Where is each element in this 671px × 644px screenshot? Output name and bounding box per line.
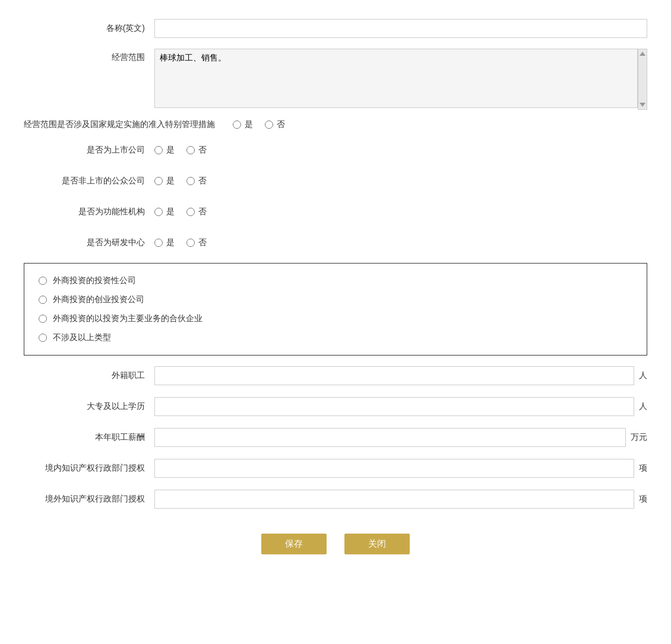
rd-center-yes-radio[interactable] bbox=[154, 239, 163, 247]
special-mgmt-yes[interactable]: 是 bbox=[233, 119, 253, 130]
business-scope-wrapper: 棒球加工、销售。 bbox=[154, 49, 647, 110]
functional-org-yes-radio[interactable] bbox=[154, 208, 163, 216]
functional-org-no-label: 否 bbox=[198, 207, 207, 217]
functional-org-yes-label: 是 bbox=[166, 207, 175, 217]
functional-org-row: 是否为功能性机构 是 否 bbox=[24, 201, 647, 223]
scroll-down-icon[interactable] bbox=[640, 103, 645, 107]
listed-company-no[interactable]: 否 bbox=[186, 145, 207, 156]
functional-org-label: 是否为功能性机构 bbox=[24, 207, 154, 217]
special-mgmt-label: 经营范围是否涉及国家规定实施的准入特别管理措施 bbox=[24, 119, 215, 130]
investment-type-2-radio[interactable] bbox=[39, 296, 47, 304]
domestic-ip-row: 境内知识产权行政部门授权 项 bbox=[24, 458, 647, 479]
business-scope-label: 经营范围 bbox=[24, 49, 154, 63]
foreign-employees-input[interactable] bbox=[154, 366, 634, 385]
special-mgmt-yes-radio[interactable] bbox=[233, 120, 241, 129]
name-en-label: 各称(英文) bbox=[24, 23, 154, 34]
public-company-no-radio[interactable] bbox=[186, 177, 195, 185]
investment-type-3-label: 外商投资的以投资为主要业务的合伙企业 bbox=[53, 313, 202, 324]
college-edu-unit: 人 bbox=[634, 401, 647, 412]
special-mgmt-yes-label: 是 bbox=[245, 119, 253, 130]
overseas-ip-unit: 项 bbox=[634, 494, 647, 505]
special-mgmt-row: 经营范围是否涉及国家规定实施的准入特别管理措施 是 否 bbox=[24, 119, 647, 130]
listed-company-no-radio[interactable] bbox=[186, 146, 195, 154]
name-en-row: 各称(英文) bbox=[24, 18, 647, 39]
save-button[interactable]: 保存 bbox=[261, 534, 327, 554]
college-edu-label: 大专及以上学历 bbox=[24, 401, 154, 412]
scrollbar[interactable] bbox=[638, 49, 647, 110]
public-company-radio-group: 是 否 bbox=[154, 176, 207, 186]
close-button[interactable]: 关闭 bbox=[344, 534, 410, 554]
investment-type-3[interactable]: 外商投资的以投资为主要业务的合伙企业 bbox=[39, 313, 632, 324]
investment-type-3-radio[interactable] bbox=[39, 315, 47, 323]
investment-type-1-label: 外商投资的投资性公司 bbox=[53, 275, 136, 286]
foreign-employees-row: 外籍职工 人 bbox=[24, 365, 647, 386]
special-mgmt-no-radio[interactable] bbox=[265, 120, 273, 129]
rd-center-no-label: 否 bbox=[198, 237, 207, 248]
public-company-yes-radio[interactable] bbox=[154, 177, 163, 185]
functional-org-yes[interactable]: 是 bbox=[154, 207, 175, 217]
college-edu-row: 大专及以上学历 人 bbox=[24, 396, 647, 417]
public-company-label: 是否非上市的公众公司 bbox=[24, 176, 154, 186]
domestic-ip-unit: 项 bbox=[634, 463, 647, 474]
domestic-ip-input[interactable] bbox=[154, 459, 634, 478]
functional-org-radio-group: 是 否 bbox=[154, 207, 207, 217]
listed-company-label: 是否为上市公司 bbox=[24, 145, 154, 156]
college-edu-input[interactable] bbox=[154, 397, 634, 416]
rd-center-yes-label: 是 bbox=[166, 237, 175, 248]
annual-salary-unit: 万元 bbox=[626, 432, 647, 443]
investment-type-1-radio[interactable] bbox=[39, 277, 47, 285]
rd-center-label: 是否为研发中心 bbox=[24, 237, 154, 248]
special-mgmt-no-label: 否 bbox=[277, 119, 285, 130]
investment-type-2-label: 外商投资的创业投资公司 bbox=[53, 294, 144, 305]
investment-type-4-radio[interactable] bbox=[39, 334, 47, 342]
overseas-ip-input[interactable] bbox=[154, 490, 634, 509]
domestic-ip-label: 境内知识产权行政部门授权 bbox=[24, 463, 154, 474]
public-company-yes[interactable]: 是 bbox=[154, 176, 175, 186]
button-row: 保存 关闭 bbox=[24, 534, 647, 554]
overseas-ip-label: 境外知识产权行政部门授权 bbox=[24, 494, 154, 505]
functional-org-no[interactable]: 否 bbox=[186, 207, 207, 217]
rd-center-yes[interactable]: 是 bbox=[154, 237, 175, 248]
foreign-employees-unit: 人 bbox=[634, 370, 647, 381]
listed-company-radio-group: 是 否 bbox=[154, 145, 207, 156]
special-mgmt-no[interactable]: 否 bbox=[265, 119, 285, 130]
scroll-up-icon[interactable] bbox=[640, 52, 645, 56]
investment-type-4[interactable]: 不涉及以上类型 bbox=[39, 332, 632, 343]
investment-type-section: 外商投资的投资性公司 外商投资的创业投资公司 外商投资的以投资为主要业务的合伙企… bbox=[24, 263, 647, 356]
annual-salary-input[interactable] bbox=[154, 428, 626, 447]
investment-type-1[interactable]: 外商投资的投资性公司 bbox=[39, 275, 632, 286]
rd-center-no-radio[interactable] bbox=[186, 239, 195, 247]
annual-salary-row: 本年职工薪酬 万元 bbox=[24, 427, 647, 448]
listed-company-yes[interactable]: 是 bbox=[154, 145, 175, 156]
listed-company-yes-label: 是 bbox=[166, 145, 175, 156]
investment-type-4-label: 不涉及以上类型 bbox=[53, 332, 111, 343]
rd-center-radio-group: 是 否 bbox=[154, 237, 207, 248]
form-container: 各称(英文) 经营范围 棒球加工、销售。 经营范围是否涉及国家规定实施的准入特别… bbox=[24, 12, 647, 572]
listed-company-yes-radio[interactable] bbox=[154, 146, 163, 154]
public-company-yes-label: 是 bbox=[166, 176, 175, 186]
public-company-no-label: 否 bbox=[198, 176, 207, 186]
public-company-row: 是否非上市的公众公司 是 否 bbox=[24, 170, 647, 192]
business-scope-row: 经营范围 棒球加工、销售。 bbox=[24, 49, 647, 110]
rd-center-no[interactable]: 否 bbox=[186, 237, 207, 248]
name-en-input[interactable] bbox=[154, 19, 647, 38]
public-company-no[interactable]: 否 bbox=[186, 176, 207, 186]
listed-company-row: 是否为上市公司 是 否 bbox=[24, 139, 647, 161]
foreign-employees-label: 外籍职工 bbox=[24, 370, 154, 381]
listed-company-no-label: 否 bbox=[198, 145, 207, 156]
business-scope-input[interactable]: 棒球加工、销售。 bbox=[154, 49, 638, 108]
overseas-ip-row: 境外知识产权行政部门授权 项 bbox=[24, 488, 647, 510]
investment-type-2[interactable]: 外商投资的创业投资公司 bbox=[39, 294, 632, 305]
annual-salary-label: 本年职工薪酬 bbox=[24, 432, 154, 443]
functional-org-no-radio[interactable] bbox=[186, 208, 195, 216]
rd-center-row: 是否为研发中心 是 否 bbox=[24, 232, 647, 253]
